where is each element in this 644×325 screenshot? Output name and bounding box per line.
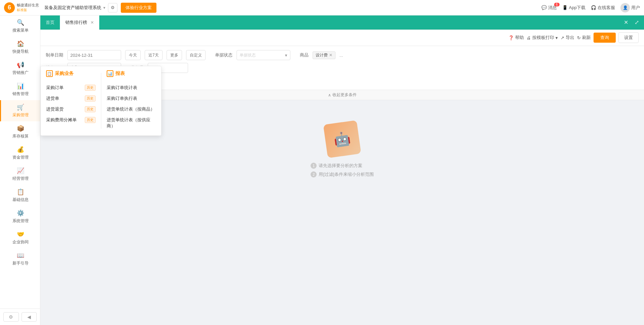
sidebar-item-purchase-label: 采购管理	[12, 112, 29, 118]
dropdown-item-purchase-cost[interactable]: 采购费用分摊单 历史	[46, 115, 96, 125]
purchase-col-title-text: 采购业务	[55, 71, 74, 77]
sidebar: 🔍 搜索菜单 🏠 快捷导航 📢 营销推广 📊 销售管理 🛒 采购管理 📦 库存核…	[0, 15, 40, 325]
history-badge-0: 历史	[85, 85, 96, 91]
dropdown-item-po-exec[interactable]: 采购订单执行表	[107, 93, 156, 104]
goods-tag-close[interactable]: ✕	[329, 53, 332, 57]
tab-close-icon[interactable]: ✕	[91, 20, 94, 25]
sidebar-settings-button[interactable]: ⚙	[3, 312, 19, 322]
settings-icon[interactable]: ⚙	[108, 3, 117, 12]
dropdown-item-inbound-stat-supplier[interactable]: 进货单统计表（按供应商）	[107, 115, 156, 131]
dropdown-columns: 📋 采购业务 采购订单 历史 进货单 历史 进货退货 历史 采购费用分摊单 历史	[41, 70, 161, 131]
layout: 🔍 搜索菜单 🏠 快捷导航 📢 营销推广 📊 销售管理 🛒 采购管理 📦 库存核…	[0, 15, 644, 325]
main-area: 首页 销售排行榜 ✕ ✕ ⤢ ❓ 帮助 🖨 按模板打印	[40, 15, 644, 325]
print-button[interactable]: 🖨 按模板打印 ▾	[527, 35, 558, 41]
industry-button[interactable]: 体验行业方案	[121, 3, 156, 13]
sidebar-item-funds[interactable]: 💰 资金管理	[0, 143, 40, 164]
headset-icon: 🎧	[591, 5, 596, 10]
sales-icon: 📊	[17, 82, 24, 90]
dropdown-item-purchase-order-label: 采购订单	[46, 85, 64, 91]
today-btn[interactable]: 今天	[125, 50, 141, 60]
sidebar-item-purchase[interactable]: 🛒 采购管理	[0, 100, 40, 121]
goods-label: 商品	[300, 52, 309, 58]
sidebar-item-basic[interactable]: 📋 基础信息	[0, 185, 40, 206]
phone-icon: 📱	[562, 5, 568, 10]
message-badge: 6	[554, 3, 560, 6]
close-all-button[interactable]: ✕	[621, 18, 631, 27]
topbar-right: 💬 消息 6 📱 App下载 🎧 在线客服 👤 用户	[541, 3, 640, 12]
sidebar-item-inventory-label: 库存核算	[12, 133, 29, 139]
help-label: 帮助	[515, 35, 524, 41]
dropdown-item-inbound-return-label: 进货退货	[46, 106, 64, 112]
tab-sales-rank[interactable]: 销售排行榜 ✕	[60, 15, 99, 30]
sidebar-collapse-button[interactable]: ◀	[22, 312, 37, 322]
custom-btn[interactable]: 自定义	[186, 50, 206, 60]
dropdown-item-po-stat-label: 采购订单统计表	[107, 85, 137, 91]
sidebar-item-funds-label: 资金管理	[12, 155, 29, 160]
dropdown-item-inbound-stat-supplier-label: 进货单统计表（按供应商）	[107, 117, 156, 129]
app-download-label: App下载	[569, 5, 585, 11]
message-button[interactable]: 💬 消息 6	[541, 5, 557, 11]
collapse-label: 收起更多条件	[332, 92, 357, 98]
inventory-icon: 📦	[17, 125, 24, 132]
report-col-icon: 📊	[107, 70, 113, 77]
collapse-chevron-icon: ∧	[328, 93, 331, 97]
marketing-icon: 📢	[17, 61, 24, 69]
query-button[interactable]: 查询	[594, 33, 616, 43]
dropdown-item-inbound-return[interactable]: 进货退货 历史	[46, 104, 96, 115]
toolbar: ❓ 帮助 🖨 按模板打印 ▾ ↗ 导出 ↻ 刷新 查询 设置	[40, 30, 644, 46]
sidebar-item-inventory[interactable]: 📦 库存核算	[0, 121, 40, 143]
sidebar-item-guide[interactable]: 📖 新手引导	[0, 248, 40, 270]
chevron-down-icon[interactable]: ▾	[103, 5, 105, 10]
avatar: 👤	[620, 3, 630, 12]
print-chevron-icon: ▾	[556, 35, 558, 40]
tab-home[interactable]: 首页	[40, 15, 60, 30]
sidebar-item-quick[interactable]: 🏠 快捷导航	[0, 37, 40, 58]
sidebar-item-enterprise-label: 企业协同	[12, 239, 29, 245]
settings-button[interactable]: 设置	[618, 32, 639, 43]
dropdown-item-inbound-label: 进货单	[46, 95, 59, 101]
basic-icon: 📋	[17, 188, 24, 196]
sidebar-item-sales[interactable]: 📊 销售管理	[0, 79, 40, 100]
online-service-button[interactable]: 🎧 在线客服	[591, 5, 615, 11]
message-icon: 💬	[541, 5, 547, 10]
app-download-button[interactable]: 📱 App下载	[562, 5, 585, 11]
search-icon: 🔍	[17, 19, 24, 26]
sidebar-item-search-label: 搜索菜单	[12, 28, 29, 33]
help-button[interactable]: ❓ 帮助	[508, 35, 524, 41]
sidebar-item-search[interactable]: 🔍 搜索菜单	[0, 15, 40, 37]
status-select[interactable]: 单据状态 ▾	[237, 50, 290, 60]
help-icon: ❓	[508, 35, 514, 40]
goods-tag: 设计费 ✕	[313, 51, 335, 59]
refresh-button[interactable]: ↻ 刷新	[577, 35, 591, 41]
goods-more-button[interactable]: ...	[339, 53, 343, 58]
dropdown-item-po-stat[interactable]: 采购订单统计表	[107, 82, 156, 93]
dropdown-item-inbound-stat-goods[interactable]: 进货单统计表（按商品）	[107, 104, 156, 115]
dropdown-item-inbound[interactable]: 进货单 历史	[46, 93, 96, 104]
dropdown-item-inbound-stat-goods-label: 进货单统计表（按商品）	[107, 106, 155, 112]
funds-icon: 💰	[17, 146, 24, 153]
sidebar-bottom: ⚙ ◀	[0, 309, 40, 325]
sidebar-item-sales-label: 销售管理	[12, 91, 29, 97]
week7-btn[interactable]: 近7天	[145, 50, 163, 60]
sidebar-item-enterprise[interactable]: 🤝 企业协同	[0, 227, 40, 248]
sidebar-item-system-label: 系统管理	[12, 218, 29, 224]
logo-text: 畅捷通好生意	[17, 3, 39, 7]
logo-badge: 标准版	[17, 8, 39, 12]
sidebar-item-operations[interactable]: 📈 经营管理	[0, 164, 40, 185]
user-button[interactable]: 👤 用户	[620, 3, 640, 12]
export-button[interactable]: ↗ 导出	[561, 35, 574, 41]
sidebar-item-marketing[interactable]: 📢 营销推广	[0, 58, 40, 79]
history-badge-1: 历史	[85, 95, 96, 101]
guide-icon: 📖	[17, 252, 24, 259]
expand-button[interactable]: ⤢	[632, 18, 641, 27]
sidebar-item-system[interactable]: ⚙️ 系统管理	[0, 206, 40, 227]
history-badge-2: 历史	[85, 106, 96, 112]
sidebar-item-basic-label: 基础信息	[12, 197, 29, 203]
more-btn[interactable]: 更多	[167, 50, 182, 60]
purchase-column-title: 📋 采购业务	[46, 70, 96, 79]
date-input[interactable]	[67, 50, 121, 60]
report-col-title-text: 报表	[115, 71, 125, 77]
report-column-title: 📊 报表	[107, 70, 156, 79]
dropdown-item-purchase-order[interactable]: 采购订单 历史	[46, 82, 96, 93]
system-icon: ⚙️	[17, 209, 24, 217]
